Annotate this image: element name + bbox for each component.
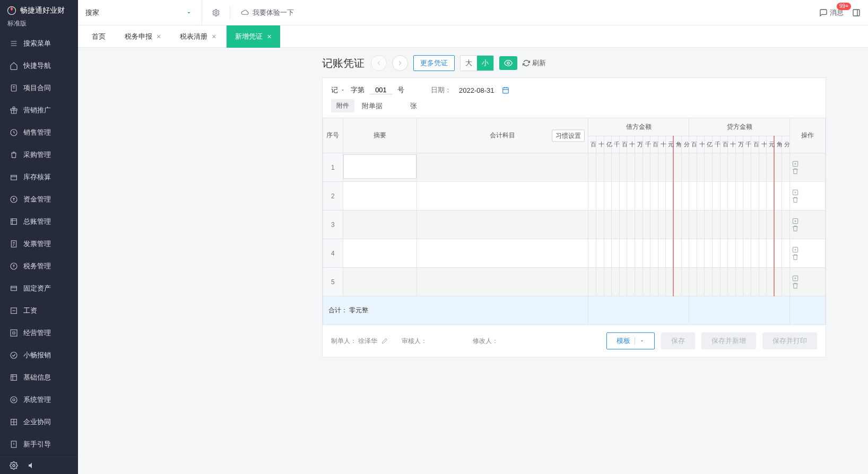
close-icon[interactable]: × [267,32,271,41]
digit-cell[interactable] [743,210,751,239]
digit-cell[interactable] [612,210,620,239]
digit-cell[interactable] [658,239,666,268]
sidebar-item-6[interactable]: 库存核算 [0,166,78,188]
digit-cell[interactable] [596,182,604,210]
digit-cell[interactable] [635,210,643,239]
digit-cell[interactable] [774,153,782,182]
digit-cell[interactable] [767,153,775,182]
summary-input[interactable] [343,154,417,179]
digit-cell[interactable] [604,153,612,182]
digit-cell[interactable] [681,239,689,268]
tab-0[interactable]: 首页 [83,25,114,48]
digit-cell[interactable] [705,268,713,296]
sidebar-item-12[interactable]: 工资 [0,300,78,322]
sidebar-item-2[interactable]: 项目合同 [0,77,78,99]
digit-cell[interactable] [604,210,612,239]
subject-cell[interactable] [417,239,588,268]
summary-cell[interactable] [343,210,417,239]
digit-cell[interactable] [658,182,666,210]
digit-cell[interactable] [713,182,721,210]
delete-row-icon[interactable] [792,196,799,204]
digit-cell[interactable] [673,239,681,268]
sidebar-item-3[interactable]: 营销推广 [0,99,78,121]
digit-cell[interactable] [612,239,620,268]
digit-cell[interactable] [782,182,790,210]
refresh-button[interactable]: 刷新 [523,58,546,68]
digit-cell[interactable] [735,268,743,296]
digit-cell[interactable] [774,182,782,210]
sidebar-item-17[interactable]: 企业协同 [0,411,78,433]
next-button[interactable] [392,55,408,71]
sidebar-item-0[interactable]: 搜索菜单 [0,32,78,55]
add-row-icon[interactable] [792,160,799,168]
edit-icon[interactable] [381,338,388,344]
digit-cell[interactable] [666,182,674,210]
sidebar-item-8[interactable]: 总账管理 [0,210,78,233]
subject-cell[interactable] [417,182,588,210]
digit-cell[interactable] [681,182,689,210]
search-dropdown-icon[interactable] [183,10,195,16]
digit-cell[interactable] [767,239,775,268]
more-vouchers-button[interactable]: 更多凭证 [413,55,455,71]
digit-cell[interactable] [782,239,790,268]
delete-row-icon[interactable] [792,282,799,289]
digit-cell[interactable] [619,210,627,239]
digit-cell[interactable] [697,268,705,296]
sidebar-item-7[interactable]: 资金管理 [0,188,78,210]
digit-cell[interactable] [720,182,728,210]
digit-cell[interactable] [774,239,782,268]
digit-cell[interactable] [743,268,751,296]
digit-cell[interactable] [627,268,635,296]
digit-cell[interactable] [735,210,743,239]
digit-cell[interactable] [643,210,650,239]
digit-cell[interactable] [759,210,767,239]
digit-cell[interactable] [627,182,635,210]
digit-cell[interactable] [697,210,705,239]
digit-cell[interactable] [767,210,775,239]
digit-cell[interactable] [713,210,721,239]
digit-cell[interactable] [604,182,612,210]
digit-cell[interactable] [612,182,620,210]
sidebar-item-16[interactable]: 系统管理 [0,389,78,411]
digit-cell[interactable] [588,182,596,210]
digit-cell[interactable] [666,210,674,239]
digit-cell[interactable] [743,182,751,210]
digit-cell[interactable] [604,239,612,268]
add-row-icon[interactable] [792,217,799,225]
digit-cell[interactable] [728,239,736,268]
digit-cell[interactable] [681,153,689,182]
sound-icon[interactable] [28,461,36,470]
digit-cell[interactable] [713,268,721,296]
digit-cell[interactable] [588,239,596,268]
digit-cell[interactable] [713,239,721,268]
digit-cell[interactable] [728,153,736,182]
digit-cell[interactable] [713,153,721,182]
digit-cell[interactable] [735,153,743,182]
save-new-button[interactable]: 保存并新增 [701,332,756,349]
digit-cell[interactable] [774,210,782,239]
digit-cell[interactable] [658,210,666,239]
digit-cell[interactable] [705,182,713,210]
close-icon[interactable]: × [157,32,161,41]
delete-row-icon[interactable] [792,253,799,261]
digit-cell[interactable] [673,182,681,210]
digit-cell[interactable] [619,153,627,182]
calendar-icon[interactable] [502,86,509,94]
size-large-button[interactable]: 大 [461,56,477,71]
digit-cell[interactable] [681,268,689,296]
summary-cell[interactable] [343,153,417,182]
digit-cell[interactable] [743,153,751,182]
digit-cell[interactable] [673,210,681,239]
sidebar-item-1[interactable]: 快捷导航 [0,55,78,77]
digit-cell[interactable] [705,153,713,182]
sidebar-item-9[interactable]: 发票管理 [0,233,78,255]
subject-cell[interactable] [417,210,588,239]
delete-row-icon[interactable] [792,225,799,232]
digit-cell[interactable] [689,239,697,268]
digit-cell[interactable] [588,210,596,239]
digit-cell[interactable] [735,239,743,268]
date-value[interactable]: 2022-08-31 [457,86,497,94]
digit-cell[interactable] [596,268,604,296]
digit-cell[interactable] [650,182,658,210]
digit-cell[interactable] [627,153,635,182]
